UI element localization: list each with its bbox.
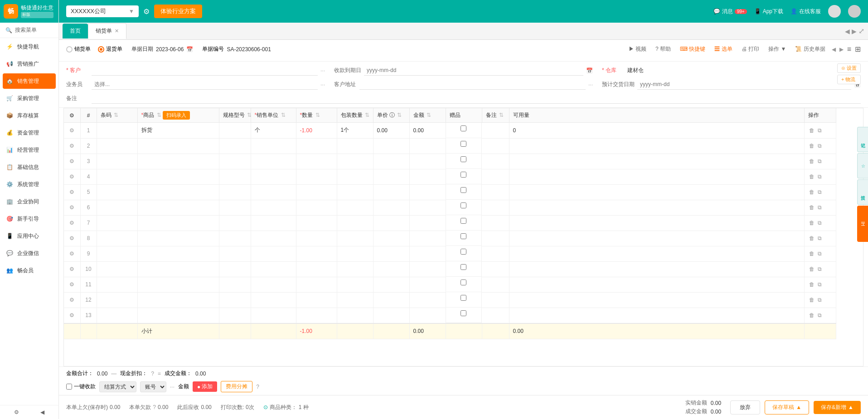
row-price-2[interactable] [373, 138, 409, 154]
row-gear-10[interactable]: ⚙ [64, 261, 80, 277]
row-amount-6[interactable] [409, 200, 446, 215]
row-goods-3[interactable] [137, 154, 219, 169]
online-service-btn[interactable]: 👤 在线客服 [790, 8, 821, 15]
sidebar-settings-icon[interactable]: ⚙ [14, 409, 19, 415]
row-goods-6[interactable] [137, 200, 219, 215]
row-barcode-8[interactable] [97, 231, 137, 246]
copy-icon-5[interactable]: ⧉ [818, 189, 822, 195]
row-price-7[interactable] [373, 215, 409, 231]
row-qty-1[interactable]: -1.00 [296, 123, 337, 139]
nav-next-icon[interactable]: ▶ [839, 46, 844, 53]
row-gift-4[interactable] [446, 169, 482, 184]
row-goods-12[interactable] [137, 292, 219, 308]
notes-input[interactable] [92, 93, 861, 104]
row-remark-9[interactable] [482, 246, 509, 261]
sidebar-item-finance[interactable]: 💰 资金管理 [0, 124, 58, 141]
row-barcode-3[interactable] [97, 154, 137, 169]
sidebar-collapse-icon[interactable]: ◀ [40, 409, 44, 415]
delete-icon-4[interactable]: 🗑 [809, 173, 815, 180]
row-amount-5[interactable] [409, 184, 446, 200]
draft-dropdown-icon[interactable]: ▲ [796, 404, 801, 410]
tab-nav-next[interactable]: ▶ [852, 28, 857, 35]
add-payment-btn[interactable]: ● 添加 [193, 381, 217, 392]
row-amount-11[interactable] [409, 277, 446, 292]
gift-checkbox-1[interactable] [461, 125, 466, 131]
row-barcode-9[interactable] [97, 246, 137, 261]
one-click-payment[interactable]: 一键收款 [66, 383, 96, 390]
owe-help-icon[interactable]: ? [153, 404, 156, 410]
row-amount-13[interactable] [409, 308, 446, 323]
row-unit-1[interactable]: 个 [251, 123, 296, 139]
row-spec-11[interactable] [219, 277, 251, 292]
salesperson-dots[interactable]: ··· [320, 82, 325, 88]
row-gift-9[interactable] [446, 246, 482, 261]
row-pkgqty-8[interactable] [337, 231, 373, 246]
row-barcode-5[interactable] [97, 184, 137, 200]
row-remark-1[interactable] [482, 123, 509, 139]
row-goods-4[interactable] [137, 169, 219, 184]
gift-checkbox-5[interactable] [461, 187, 466, 193]
row-amount-8[interactable] [409, 231, 446, 246]
copy-icon-9[interactable]: ⧉ [818, 250, 822, 257]
row-remark-3[interactable] [482, 154, 509, 169]
row-unit-3[interactable] [251, 154, 296, 169]
delete-icon-5[interactable]: 🗑 [809, 189, 815, 195]
row-goods-1[interactable]: 拆货 [137, 123, 219, 139]
copy-icon-3[interactable]: ⧉ [818, 158, 822, 164]
sidebar-item-inventory[interactable]: 📦 库存核算 [0, 107, 58, 124]
row-remark-6[interactable] [482, 200, 509, 215]
row-barcode-4[interactable] [97, 169, 137, 184]
tab-expand-icon[interactable]: ⤢ [858, 27, 864, 35]
sidebar-item-marketing[interactable]: 📢 营销推广 [0, 55, 58, 72]
row-unit-11[interactable] [251, 277, 296, 292]
row-amount-4[interactable] [409, 169, 446, 184]
save-dropdown-icon[interactable]: ▲ [848, 404, 853, 410]
scan-btn[interactable]: 扫码录入 [163, 111, 190, 120]
sidebar-item-system[interactable]: ⚙️ 系统管理 [0, 176, 58, 193]
row-gift-12[interactable] [446, 292, 482, 308]
row-unit-6[interactable] [251, 200, 296, 215]
row-amount-7[interactable] [409, 215, 446, 231]
calc-method-select[interactable]: 结算方式 [99, 381, 136, 392]
row-qty-7[interactable] [296, 215, 337, 231]
delete-icon-3[interactable]: 🗑 [809, 158, 815, 164]
row-gear-1[interactable]: ⚙ [64, 123, 80, 139]
row-gift-6[interactable] [446, 200, 482, 215]
row-qty-9[interactable] [296, 246, 337, 261]
row-gear-12[interactable]: ⚙ [64, 292, 80, 308]
row-gift-2[interactable] [446, 138, 482, 154]
row-gear-8[interactable]: ⚙ [64, 231, 80, 246]
discount-help-icon[interactable]: ? [151, 371, 154, 377]
row-goods-9[interactable] [137, 246, 219, 261]
row-pkgqty-13[interactable] [337, 308, 373, 323]
customer-input[interactable] [92, 65, 318, 76]
gift-checkbox-6[interactable] [461, 202, 466, 208]
gift-checkbox-13[interactable] [461, 310, 466, 316]
sidebar-item-sales[interactable]: 🏠 销售管理 [3, 73, 56, 89]
copy-icon-11[interactable]: ⧉ [818, 281, 822, 288]
row-gear-9[interactable]: ⚙ [64, 246, 80, 261]
row-spec-6[interactable] [219, 200, 251, 215]
row-qty-2[interactable] [296, 138, 337, 154]
row-price-4[interactable] [373, 169, 409, 184]
row-remark-4[interactable] [482, 169, 509, 184]
row-gift-11[interactable] [446, 277, 482, 292]
row-gear-11[interactable]: ⚙ [64, 277, 80, 292]
row-remark-2[interactable] [482, 138, 509, 154]
view-list-icon[interactable]: ≡ [847, 45, 851, 53]
delete-icon-11[interactable]: 🗑 [809, 281, 815, 288]
row-pkgqty-2[interactable] [337, 138, 373, 154]
row-pkgqty-11[interactable] [337, 277, 373, 292]
action-print[interactable]: 🖨 打印 [739, 44, 762, 54]
row-barcode-2[interactable] [97, 138, 137, 154]
company-selector[interactable]: XXXXXX公司 ▼ [66, 5, 139, 17]
app-download-btn[interactable]: 📱 App下载 [754, 8, 783, 15]
delete-icon-10[interactable]: 🗑 [809, 266, 815, 272]
gift-checkbox-4[interactable] [461, 172, 466, 178]
sidebar-item-purchase[interactable]: 🛒 采购管理 [0, 90, 58, 107]
row-unit-9[interactable] [251, 246, 296, 261]
row-spec-7[interactable] [219, 215, 251, 231]
row-remark-11[interactable] [482, 277, 509, 292]
row-price-5[interactable] [373, 184, 409, 200]
row-unit-10[interactable] [251, 261, 296, 277]
